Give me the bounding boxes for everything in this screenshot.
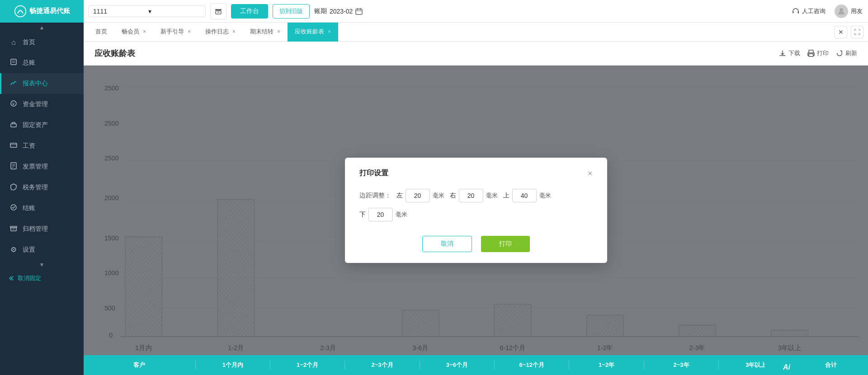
- reports-icon: [9, 79, 18, 88]
- svg-rect-11: [11, 59, 16, 65]
- modal-close-button[interactable]: ×: [588, 169, 593, 178]
- modal-header: 打印设置 ×: [359, 169, 593, 178]
- sidebar-item-archive[interactable]: 归档管理: [0, 219, 84, 239]
- download-label: 下载: [788, 49, 800, 57]
- user-avatar-icon: [837, 7, 845, 15]
- period-area: 账期 2023-02: [314, 7, 363, 15]
- home-icon: ⌂: [9, 38, 18, 47]
- right-margin-input[interactable]: [459, 189, 483, 202]
- sidebar-label-archive: 归档管理: [23, 225, 48, 233]
- tab-actions: ✕ ⛶: [835, 26, 863, 38]
- print-confirm-button[interactable]: 打印: [481, 236, 530, 252]
- svg-rect-9: [798, 11, 799, 13]
- svg-rect-28: [809, 50, 813, 53]
- switch-version-button[interactable]: 切到旧版: [273, 4, 310, 19]
- tab-member[interactable]: 畅会员 ×: [114, 23, 153, 42]
- right-label: 右: [450, 192, 456, 200]
- top-margin-input[interactable]: [512, 189, 537, 202]
- logo: 畅捷通易代账: [0, 0, 84, 23]
- avatar: [835, 5, 848, 18]
- period-value: 2023-02: [330, 8, 353, 15]
- margin-bottom-group: 下 毫米: [359, 208, 407, 221]
- left-label: 左: [396, 192, 403, 200]
- col-1m: 1个月内: [196, 361, 270, 369]
- col-customer: 客户: [84, 361, 196, 369]
- sidebar-label-ledger: 总账: [23, 59, 35, 67]
- sidebar-label-checkout: 结账: [23, 204, 35, 212]
- sidebar-label-payroll: 工资: [23, 142, 35, 150]
- sidebar-item-checkout[interactable]: 结账: [0, 198, 84, 219]
- bottom-table-header: 客户 1个月内 1~2个月 2~3个月 3~6个月 6~12个月 1~2年 2~…: [84, 355, 868, 375]
- tab-home-label: 首页: [95, 28, 107, 36]
- ai-badge[interactable]: Ai: [765, 360, 808, 375]
- workbench-button[interactable]: 工作台: [231, 4, 268, 19]
- tab-member-close[interactable]: ×: [143, 28, 146, 35]
- svg-point-0: [14, 5, 26, 17]
- period-label: 账期: [314, 7, 327, 15]
- bottom-label: 下: [359, 211, 366, 219]
- svg-text:¥: ¥: [12, 102, 15, 106]
- left-margin-input[interactable]: [406, 189, 430, 202]
- page-content: 应收账龄表 下载: [84, 42, 868, 375]
- page-inner: 应收账龄表 下载: [84, 42, 868, 375]
- svg-point-10: [840, 8, 843, 12]
- user-area[interactable]: 用友: [835, 5, 863, 18]
- sidebar-item-invoice[interactable]: 发票管理: [0, 156, 84, 177]
- sidebar-collapse-button[interactable]: 取消固定: [0, 270, 84, 287]
- tab-home[interactable]: 首页: [88, 23, 114, 42]
- print-label: 打印: [817, 49, 829, 57]
- download-icon: [779, 50, 786, 57]
- col-3-6m: 3~6个月: [420, 361, 495, 369]
- tab-guide-label: 新手引导: [160, 28, 184, 36]
- left-unit: 毫米: [433, 192, 444, 200]
- refresh-action[interactable]: 刷新: [836, 49, 857, 57]
- maximize-tab-button[interactable]: ⛶: [851, 26, 863, 38]
- sidebar-scroll-up[interactable]: ▲: [0, 23, 84, 33]
- user-name: 用友: [851, 7, 863, 15]
- tab-bar: 首页 畅会员 × 新手引导 × 操作日志 × 期末结转 × 应收账龄表 ×: [84, 23, 868, 42]
- close-tab-button[interactable]: ✕: [835, 26, 847, 38]
- calendar-icon[interactable]: [355, 8, 363, 15]
- sidebar: ▲ ⌂ 首页 总账 报表中心 ¥ 资金管理 固定资产: [0, 23, 84, 375]
- svg-rect-8: [793, 11, 794, 13]
- tab-aging[interactable]: 应收账龄表 ×: [288, 23, 338, 42]
- sidebar-label-invoice: 发票管理: [23, 163, 48, 171]
- tab-aging-close[interactable]: ×: [328, 28, 331, 35]
- tab-oplog[interactable]: 操作日志 ×: [198, 23, 243, 42]
- cancel-button[interactable]: 取消: [422, 236, 472, 252]
- tab-guide-close[interactable]: ×: [188, 28, 191, 35]
- sidebar-item-settings[interactable]: ⚙ 设置: [0, 239, 84, 260]
- tax-icon: [9, 183, 18, 192]
- consult-label: 人工咨询: [802, 7, 826, 15]
- top-unit: 毫米: [539, 192, 551, 200]
- company-name: 1111: [93, 8, 146, 15]
- consult-button[interactable]: 人工咨询: [792, 7, 826, 15]
- col-1-2y: 1~2年: [569, 361, 644, 369]
- tab-period-end-close[interactable]: ×: [277, 28, 280, 35]
- archive-button[interactable]: [210, 3, 226, 19]
- refresh-label: 刷新: [845, 49, 857, 57]
- sidebar-item-tax[interactable]: 税务管理: [0, 177, 84, 198]
- svg-rect-17: [10, 143, 17, 147]
- tab-member-label: 畅会员: [122, 28, 139, 36]
- margin-label: 边距调整：: [359, 192, 391, 200]
- tab-guide[interactable]: 新手引导 ×: [153, 23, 198, 42]
- tab-oplog-close[interactable]: ×: [232, 28, 236, 35]
- download-action[interactable]: 下载: [779, 49, 800, 57]
- sidebar-item-ledger[interactable]: 总账: [0, 52, 84, 73]
- sidebar-item-reports[interactable]: 报表中心: [0, 73, 84, 94]
- payroll-icon: [9, 141, 18, 150]
- sidebar-label-reports: 报表中心: [23, 80, 48, 88]
- company-selector[interactable]: 1111 ▾: [88, 5, 206, 17]
- sidebar-item-payroll[interactable]: 工资: [0, 136, 84, 156]
- sidebar-scroll-down[interactable]: ▼: [0, 260, 84, 270]
- bottom-margin-input[interactable]: [368, 208, 393, 221]
- col-1-2m: 1~2个月: [270, 361, 345, 369]
- sidebar-item-assets[interactable]: 固定资产: [0, 115, 84, 136]
- print-action[interactable]: 打印: [807, 49, 829, 57]
- checkout-icon: [9, 204, 18, 213]
- sidebar-item-funds[interactable]: ¥ 资金管理: [0, 94, 84, 115]
- sidebar-item-home[interactable]: ⌂ 首页: [0, 33, 84, 52]
- tab-period-end[interactable]: 期末结转 ×: [243, 23, 288, 42]
- content-area: 首页 畅会员 × 新手引导 × 操作日志 × 期末结转 × 应收账龄表 ×: [84, 23, 868, 375]
